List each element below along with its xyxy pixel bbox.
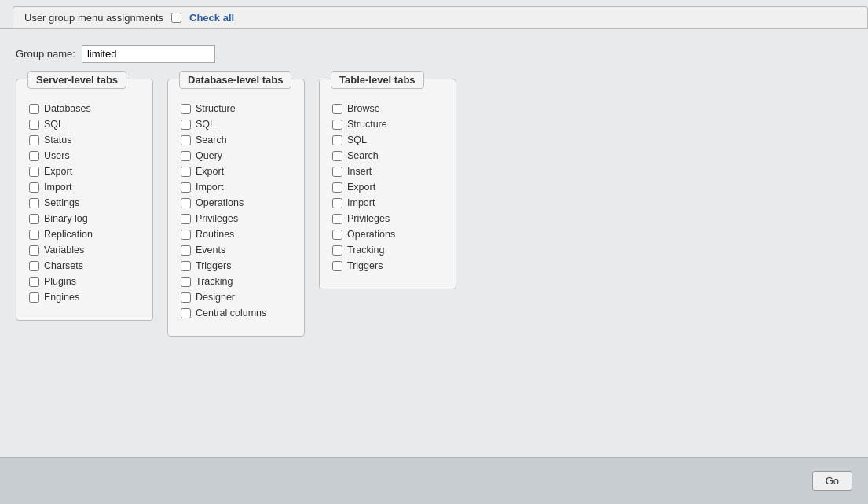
list-item: Import: [181, 182, 291, 193]
item-label: Tracking: [196, 276, 233, 287]
item-checkbox[interactable]: [181, 182, 191, 193]
group-name-label: Group name:: [16, 48, 75, 60]
item-label: SQL: [196, 119, 215, 130]
item-checkbox[interactable]: [181, 167, 191, 177]
item-label: Replication: [44, 229, 93, 240]
group-name-input[interactable]: [82, 45, 215, 63]
list-item: Triggers: [332, 260, 443, 271]
database-tabs-items: StructureSQLSearchQueryExportImportOpera…: [181, 103, 291, 318]
item-checkbox[interactable]: [29, 277, 39, 287]
item-label: Routines: [196, 229, 234, 240]
item-label: Charsets: [44, 260, 83, 271]
item-checkbox[interactable]: [181, 198, 191, 208]
item-checkbox[interactable]: [332, 198, 342, 208]
list-item: Export: [29, 166, 140, 177]
list-item: Events: [181, 245, 291, 256]
item-checkbox[interactable]: [181, 120, 191, 130]
item-label: Engines: [44, 292, 79, 303]
item-checkbox[interactable]: [29, 167, 39, 177]
list-item: Central columns: [181, 307, 291, 318]
item-checkbox[interactable]: [332, 167, 342, 177]
list-item: Replication: [29, 229, 140, 240]
item-checkbox[interactable]: [181, 135, 191, 145]
item-checkbox[interactable]: [29, 104, 39, 114]
go-button[interactable]: Go: [812, 471, 852, 491]
item-label: Import: [196, 182, 223, 193]
list-item: Query: [181, 150, 291, 161]
list-item: Privileges: [332, 213, 443, 224]
item-checkbox[interactable]: [332, 261, 342, 271]
item-label: Export: [196, 166, 224, 177]
item-checkbox[interactable]: [332, 245, 342, 256]
item-checkbox[interactable]: [29, 230, 39, 240]
item-label: Export: [347, 182, 375, 193]
item-label: Operations: [196, 197, 244, 208]
item-label: Databases: [44, 103, 91, 114]
item-checkbox[interactable]: [181, 245, 191, 256]
item-checkbox[interactable]: [181, 104, 191, 114]
item-checkbox[interactable]: [29, 120, 39, 130]
item-checkbox[interactable]: [332, 120, 342, 130]
item-label: Binary log: [44, 213, 88, 224]
list-item: SQL: [181, 119, 291, 130]
item-label: Variables: [44, 245, 84, 256]
item-checkbox[interactable]: [332, 230, 342, 240]
list-item: Settings: [29, 197, 140, 208]
main-content: Group name: Server-level tabs DatabasesS…: [0, 28, 868, 457]
list-item: Structure: [181, 103, 291, 114]
item-checkbox[interactable]: [332, 151, 342, 161]
list-item: Routines: [181, 229, 291, 240]
item-checkbox[interactable]: [181, 151, 191, 161]
item-checkbox[interactable]: [29, 135, 39, 145]
item-checkbox[interactable]: [29, 214, 39, 224]
list-item: Search: [332, 150, 443, 161]
table-tabs-items: BrowseStructureSQLSearchInsertExportImpo…: [332, 103, 443, 271]
item-checkbox[interactable]: [181, 261, 191, 271]
list-item: Export: [332, 182, 443, 193]
check-all-link[interactable]: Check all: [189, 12, 234, 24]
item-checkbox[interactable]: [29, 182, 39, 193]
item-checkbox[interactable]: [181, 277, 191, 287]
item-checkbox[interactable]: [29, 245, 39, 256]
list-item: Databases: [29, 103, 140, 114]
item-checkbox[interactable]: [181, 230, 191, 240]
item-label: Import: [347, 197, 375, 208]
item-label: Triggers: [347, 260, 383, 271]
item-checkbox[interactable]: [332, 182, 342, 193]
item-checkbox[interactable]: [181, 292, 191, 303]
list-item: Variables: [29, 245, 140, 256]
list-item: Browse: [332, 103, 443, 114]
list-item: Plugins: [29, 276, 140, 287]
list-item: Import: [29, 182, 140, 193]
list-item: Search: [181, 134, 291, 145]
list-item: Export: [181, 166, 291, 177]
page-wrapper: User group menu assignments Check all Gr…: [0, 0, 868, 504]
item-checkbox[interactable]: [29, 198, 39, 208]
item-label: Structure: [196, 103, 236, 114]
item-checkbox[interactable]: [29, 292, 39, 303]
bottom-bar: Go: [0, 457, 868, 504]
item-label: Query: [196, 150, 222, 161]
list-item: Users: [29, 150, 140, 161]
list-item: Designer: [181, 292, 291, 303]
tab-title: User group menu assignments: [24, 12, 163, 24]
item-label: SQL: [347, 134, 367, 145]
item-label: Users: [44, 150, 70, 161]
item-checkbox[interactable]: [181, 308, 191, 318]
check-all-checkbox[interactable]: [171, 13, 181, 23]
item-label: Tracking: [347, 245, 384, 256]
item-checkbox[interactable]: [332, 214, 342, 224]
list-item: Triggers: [181, 260, 291, 271]
item-label: Search: [347, 150, 379, 161]
item-checkbox[interactable]: [332, 135, 342, 145]
item-checkbox[interactable]: [181, 214, 191, 224]
columns-row: Server-level tabs DatabasesSQLStatusUser…: [16, 79, 852, 337]
list-item: Operations: [181, 197, 291, 208]
list-item: Status: [29, 134, 140, 145]
item-checkbox[interactable]: [332, 104, 342, 114]
item-label: Browse: [347, 103, 380, 114]
item-checkbox[interactable]: [29, 261, 39, 271]
list-item: Operations: [332, 229, 443, 240]
list-item: Import: [332, 197, 443, 208]
item-checkbox[interactable]: [29, 151, 39, 161]
